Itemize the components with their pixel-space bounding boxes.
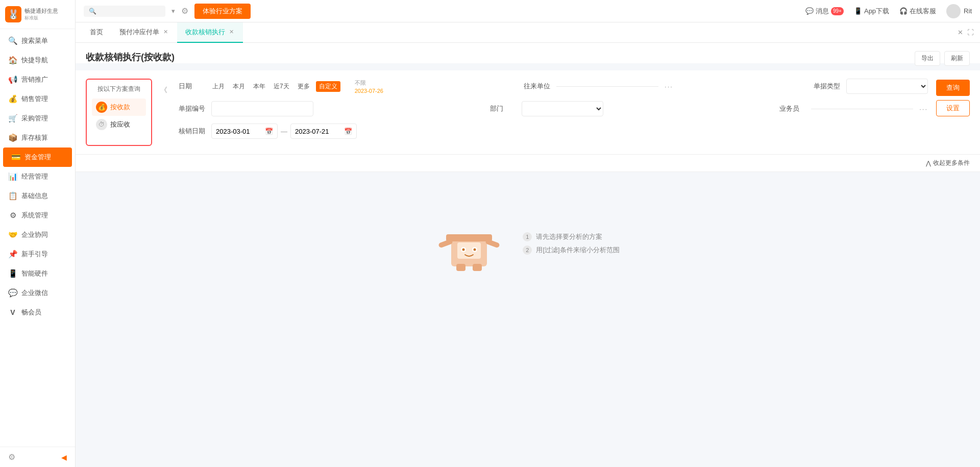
guide-icon: 📌 [8,250,17,259]
sidebar-label-sales: 销售管理 [21,94,48,104]
app-download-button[interactable]: 📱 App下载 [854,7,889,16]
sidebar-logo: 🐰 畅捷通好生意 标准版 [0,0,75,29]
filter-collapse-btn[interactable]: 《 [160,79,170,146]
counterpart-dots[interactable]: ··· [665,83,673,90]
sidebar-item-operation[interactable]: 📊 经营管理 [0,167,75,186]
svg-rect-10 [473,264,482,271]
date-this-year[interactable]: 本年 [251,81,267,92]
sidebar-item-system[interactable]: ⚙ 系统管理 [0,206,75,225]
sidebar-item-enterprise[interactable]: 🤝 企业协同 [0,225,75,244]
svg-rect-1 [446,234,492,241]
tab-writeoff[interactable]: 收款核销执行 ✕ [177,22,243,43]
sidebar-collapse-icon[interactable]: ◀ [61,453,67,461]
calendar-from-icon[interactable]: 📅 [265,128,273,135]
topbar: 🔍 ▾ ⚙ 体验行业方案 💬 消息 99+ 📱 App下载 🎧 在线客服 Rit [76,0,980,22]
marketing-icon: 📢 [8,75,17,84]
sidebar-item-purchase[interactable]: 🛒 采购管理 [0,109,75,128]
writeoff-date-range: 📅 — 📅 [211,124,357,139]
sidebar-item-marketing[interactable]: 📢 营销推广 [0,70,75,89]
export-button[interactable]: 导出 [915,51,940,66]
user-profile[interactable]: Rit [946,4,972,18]
message-icon: 💬 [805,7,814,15]
refresh-button[interactable]: 刷新 [944,51,970,66]
sidebar-label-guide: 新手引导 [21,250,48,259]
filter-sidebar: 按以下方案查询 💰 按收款 ⏱ 按应收 [86,79,152,146]
svg-rect-8 [485,239,501,249]
page-toolbar: 导出 刷新 [915,51,970,66]
dept-select[interactable] [522,101,603,116]
tabs-bar: 首页 预付冲应付单 ✕ 收款核销执行 ✕ ✕ ⛶ [76,22,980,43]
date-7days[interactable]: 近7天 [272,81,291,92]
topbar-gear-icon[interactable]: ⚙ [181,6,188,16]
sidebar-item-vip[interactable]: V 畅会员 [0,303,75,322]
voucher-no-input[interactable] [211,101,313,116]
topbar-dropdown-icon[interactable]: ▾ [172,7,175,15]
date-this-month[interactable]: 本月 [231,81,247,92]
page-header-area: 收款核销执行(按收款) 导出 刷新 [76,43,980,63]
filter-option-by-receivable[interactable]: ⏱ 按应收 [92,116,146,133]
writeoff-date-from-input[interactable] [216,128,262,135]
voucher-type-select[interactable] [846,79,928,94]
sidebar-item-sales[interactable]: 💰 销售管理 [0,89,75,109]
inventory-icon: 📦 [8,133,17,142]
sidebar-item-hardware[interactable]: 📱 智能硬件 [0,264,75,283]
tab-home[interactable]: 首页 [82,22,111,43]
voucher-no-label: 单据编号 [179,104,205,113]
user-name: Rit [964,7,972,15]
page-title: 收款核销执行(按收款) [86,51,970,63]
tab-expand-icon[interactable]: ⛶ [967,29,974,36]
sidebar-item-wechat[interactable]: 💬 企业微信 [0,283,75,303]
tab-prepay[interactable]: 预付冲应付单 ✕ [111,22,177,43]
industry-solution-button[interactable]: 体验行业方案 [194,4,251,19]
app-download-icon: 📱 [854,7,862,15]
tab-close-all-icon[interactable]: ✕ [958,29,963,36]
filter-row-3: 核销日期 📅 — 📅 [179,124,928,139]
voucher-type-label: 单据类型 [814,82,840,91]
date-custom[interactable]: 自定义 [316,81,340,92]
sidebar-label-search-menu: 搜索菜单 [21,36,48,45]
tab-prepay-close[interactable]: ✕ [162,28,169,36]
topbar-right: 💬 消息 99+ 📱 App下载 🎧 在线客服 Rit [805,4,972,18]
empty-illustration [436,213,502,274]
date-more[interactable]: 更多 [296,81,312,92]
sidebar-settings-icon[interactable]: ⚙ [8,452,15,462]
sidebar-item-search-menu[interactable]: 🔍 搜索菜单 [0,31,75,51]
sidebar-item-finance[interactable]: 💳 资金管理 [3,148,72,167]
salesperson-dots[interactable]: ··· [919,105,928,113]
tab-writeoff-close[interactable]: ✕ [228,28,235,36]
service-icon: 🎧 [899,7,908,15]
date-last-month[interactable]: 上月 [210,81,227,92]
sidebar-item-basic[interactable]: 📋 基础信息 [0,186,75,206]
dept-label: 部门 [490,104,516,113]
filter-settings-button[interactable]: 设置 [936,100,970,116]
enterprise-icon: 🤝 [8,230,17,239]
empty-state: 1 请先选择要分析的方案 2 用[过滤]条件来缩小分析范围 [436,213,619,274]
filter-main: 日期 上月 本月 本年 近7天 更多 自定义 不限 2023-07-26 [179,79,928,146]
salesperson-label: 业务员 [779,104,805,113]
sidebar-item-inventory[interactable]: 📦 库存核算 [0,128,75,148]
sidebar-footer: ⚙ ◀ [0,447,75,467]
online-service-button[interactable]: 🎧 在线客服 [899,7,936,16]
topbar-search[interactable]: 🔍 [84,6,165,17]
writeoff-date-to-input[interactable] [295,128,341,135]
sidebar-item-guide[interactable]: 📌 新手引导 [0,244,75,264]
sidebar-label-operation: 经营管理 [21,172,48,181]
topbar-search-icon: 🔍 [89,8,96,15]
messages-badge: 99+ [831,7,844,15]
messages-button[interactable]: 💬 消息 99+ [805,7,844,16]
query-button[interactable]: 查询 [936,80,970,96]
collapse-more-button[interactable]: ⋀ 收起更多条件 [76,155,980,171]
writeoff-date-from-wrap: 📅 [211,124,278,139]
filter-option-by-receipt[interactable]: 💰 按收款 [92,99,146,116]
collapse-more-label: 收起更多条件 [933,159,970,167]
app-download-label: App下载 [864,7,889,16]
date-no-limit-label: 不限 [355,79,383,87]
calendar-to-icon[interactable]: 📅 [344,128,352,135]
sidebar-label-finance: 资金管理 [24,153,51,162]
filter-actions: 查询 设置 [936,79,970,146]
search-menu-icon: 🔍 [8,36,17,45]
sidebar-item-quick-nav[interactable]: 🏠 快捷导航 [0,51,75,70]
receipt-option-label: 按收款 [110,103,130,112]
vip-icon: V [8,308,17,316]
filter-row-2: 单据编号 部门 业务员 ··· [179,101,928,116]
